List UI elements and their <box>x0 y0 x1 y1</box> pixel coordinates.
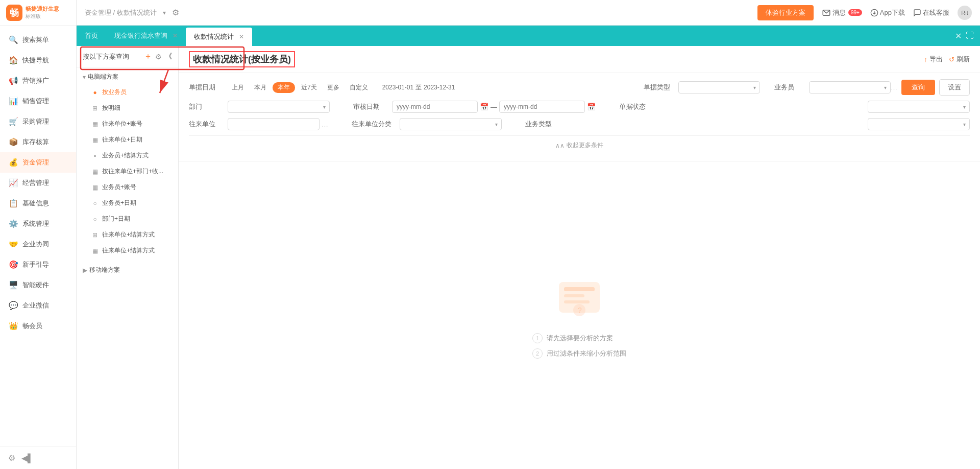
scheme-item-salesperson-settlement[interactable]: ▪ 业务员+结算方式 <box>77 148 178 163</box>
sidebar-item-label: 销售管理 <box>22 97 49 106</box>
scheme-item-unit-date[interactable]: ▦ 往来单位+日期 <box>77 132 178 148</box>
purchase-icon: 🛒 <box>8 116 18 127</box>
sidebar-item-basic-info[interactable]: 📋 基础信息 <box>0 193 76 214</box>
breadcrumb-dropdown-icon[interactable]: ▾ <box>163 9 166 16</box>
sidebar-item-system[interactable]: ⚙️ 系统管理 <box>0 214 76 234</box>
tab-maximize-icon[interactable]: ⛶ <box>966 31 974 40</box>
tab-bank-flow[interactable]: 现金银行流水查询 ✕ <box>106 26 186 46</box>
date-shortcut-custom[interactable]: 自定义 <box>346 82 372 93</box>
header-icon-group: 消息 99+ App下载 在线客服 Rit <box>822 6 972 20</box>
query-button[interactable]: 查询 <box>901 80 935 95</box>
scheme-group-mobile-label: 移动端方案 <box>89 266 120 274</box>
scheme-settings-icon[interactable]: ⚙ <box>155 53 162 61</box>
scheme-item-unit-settlement2[interactable]: ⊞ 往来单位+结算方式 <box>77 227 178 243</box>
sidebar-item-label: 新手引导 <box>22 260 49 269</box>
scheme-item-unit-account[interactable]: ▦ 往来单位+账号 <box>77 116 178 132</box>
tab-collection-close[interactable]: ✕ <box>239 33 244 40</box>
content-area: 按以下方案查询 ＋ ⚙ 《 ▾ 电脑端方案 ● 按业务员 ⊞ 按明 <box>77 46 980 469</box>
scheme-item-unit-dept-collect[interactable]: ▦ 按往来单位+部门+收... <box>77 163 178 179</box>
review-date-to-calendar-icon[interactable]: 📅 <box>587 103 596 111</box>
scheme-item-by-detail[interactable]: ⊞ 按明细 <box>77 100 178 116</box>
date-dash: — <box>491 103 497 111</box>
scheme-item-label: 业务员+结算方式 <box>102 151 149 160</box>
partner-category-select[interactable] <box>400 118 502 130</box>
date-shortcut-last-month[interactable]: 上月 <box>228 82 248 93</box>
scheme-group-desktop[interactable]: ▾ 电脑端方案 <box>77 69 178 84</box>
doc-type-select[interactable] <box>678 81 760 93</box>
sidebar-item-marketing[interactable]: 📢 营销推广 <box>0 71 76 91</box>
biz-type-select[interactable] <box>868 118 970 130</box>
wechat-icon: 💬 <box>8 300 18 311</box>
date-shortcut-this-month[interactable]: 本月 <box>250 82 271 93</box>
sidebar-item-label: 快捷导航 <box>22 56 49 65</box>
date-shortcuts: 上月 本月 本年 近7天 更多 自定义 <box>228 82 372 93</box>
partner-input[interactable] <box>228 118 320 130</box>
scheme-item-salesperson-date[interactable]: ○ 业务员+日期 <box>77 195 178 211</box>
export-button[interactable]: ↑ 导出 <box>924 55 943 64</box>
tab-home[interactable]: 首页 <box>77 26 106 46</box>
collapse-sidebar-icon[interactable]: ◀▌ <box>21 453 33 463</box>
sidebar-item-enterprise[interactable]: 🤝 企业协同 <box>0 234 76 254</box>
sidebar-item-quick-nav[interactable]: 🏠 快捷导航 <box>0 50 76 71</box>
unit-date-icon: ▦ <box>91 136 99 144</box>
tab-bank-flow-close[interactable]: ✕ <box>173 32 178 39</box>
date-shortcut-this-year[interactable]: 本年 <box>273 82 295 93</box>
salesperson-select[interactable] <box>809 81 891 93</box>
doc-status-select[interactable] <box>868 101 970 113</box>
svg-rect-2 <box>564 287 595 291</box>
date-shortcut-7days[interactable]: 近7天 <box>297 82 321 93</box>
sidebar-item-guide[interactable]: 🎯 新手引导 <box>0 254 76 275</box>
page-header-actions: ↑ 导出 ↺ 刷新 <box>924 55 970 64</box>
sidebar-item-member[interactable]: 👑 畅会员 <box>0 316 76 336</box>
date-to-value: 2023-12-31 <box>424 84 455 91</box>
settings-bottom-icon[interactable]: ⚙ <box>8 453 15 463</box>
sidebar-item-purchase[interactable]: 🛒 采购管理 <box>0 111 76 132</box>
scheme-item-unit-settlement3[interactable]: ▦ 往来单位+结算方式 <box>77 243 178 259</box>
filter-row-date: 单据日期 上月 本月 本年 近7天 更多 自定义 2023-01-01 至 20… <box>189 79 970 96</box>
scheme-group-mobile[interactable]: ▶ 移动端方案 <box>77 263 178 277</box>
operation-icon: 📈 <box>8 178 18 188</box>
sidebar-item-finance[interactable]: 💰 资金管理 <box>0 152 76 173</box>
collapse-panel-icon[interactable]: 《 <box>165 52 172 61</box>
tab-close-all-icon[interactable]: ✕ <box>955 31 962 41</box>
date-shortcut-more[interactable]: 更多 <box>323 82 344 93</box>
sidebar-item-sales[interactable]: 📊 销售管理 <box>0 91 76 111</box>
dept-select[interactable] <box>228 101 330 113</box>
collapse-filter-button[interactable]: ∧∧ 收起更多条件 <box>189 135 970 155</box>
scheme-item-salesperson-account[interactable]: ▦ 业务员+账号 <box>77 179 178 195</box>
sidebar-item-operation[interactable]: 📈 经营管理 <box>0 173 76 193</box>
review-date-from-calendar-icon[interactable]: 📅 <box>480 103 488 111</box>
scheme-item-label: 按往来单位+部门+收... <box>102 167 163 176</box>
review-date-from[interactable] <box>392 101 478 113</box>
trial-button[interactable]: 体验行业方案 <box>757 5 814 20</box>
right-content: 收款情况统计(按业务员) ↑ 导出 ↺ 刷新 单据日期 <box>179 46 980 469</box>
user-avatar[interactable]: Rit <box>958 6 972 20</box>
sidebar-item-smart-hw[interactable]: 🖥️ 智能硬件 <box>0 275 76 295</box>
partner-more-icon[interactable]: … <box>322 121 328 128</box>
dept-date-icon: ○ <box>91 215 99 223</box>
doc-type-select-wrapper <box>678 81 760 93</box>
sidebar-item-search-menu[interactable]: 🔍 搜索菜单 <box>0 30 76 50</box>
online-service-link[interactable]: 在线客服 <box>913 8 949 17</box>
filter-row-dept: 部门 审核日期 📅 — 📅 单据状态 <box>189 101 970 113</box>
message-icon[interactable]: 消息 99+ <box>822 8 862 17</box>
tab-collection[interactable]: 收款情况统计 ✕ <box>186 28 252 46</box>
date-filter-label: 单据日期 <box>189 83 219 92</box>
refresh-button[interactable]: ↺ 刷新 <box>949 55 970 64</box>
scheme-item-by-salesperson[interactable]: ● 按业务员 <box>77 84 178 100</box>
salesperson-more-icon[interactable]: … <box>891 84 897 91</box>
settings-button[interactable]: 设置 <box>939 79 970 96</box>
sidebar-item-inventory[interactable]: 📦 库存核算 <box>0 132 76 152</box>
review-date-to[interactable] <box>499 101 585 113</box>
sidebar-item-wechat[interactable]: 💬 企业微信 <box>0 295 76 316</box>
inventory-icon: 📦 <box>8 137 18 147</box>
scheme-item-dept-date[interactable]: ○ 部门+日期 <box>77 211 178 227</box>
sidebar-item-label: 采购管理 <box>22 117 49 126</box>
left-panel-title: 按以下方案查询 <box>83 52 129 61</box>
partner-input-group: … <box>228 118 328 130</box>
header-settings-icon[interactable]: ⚙ <box>172 8 179 17</box>
app-download-link[interactable]: App下载 <box>870 8 905 17</box>
add-scheme-icon[interactable]: ＋ <box>144 51 152 62</box>
sidebar-item-label: 畅会员 <box>22 321 42 331</box>
step-2-text: 用过滤条件来缩小分析范围 <box>547 349 626 358</box>
